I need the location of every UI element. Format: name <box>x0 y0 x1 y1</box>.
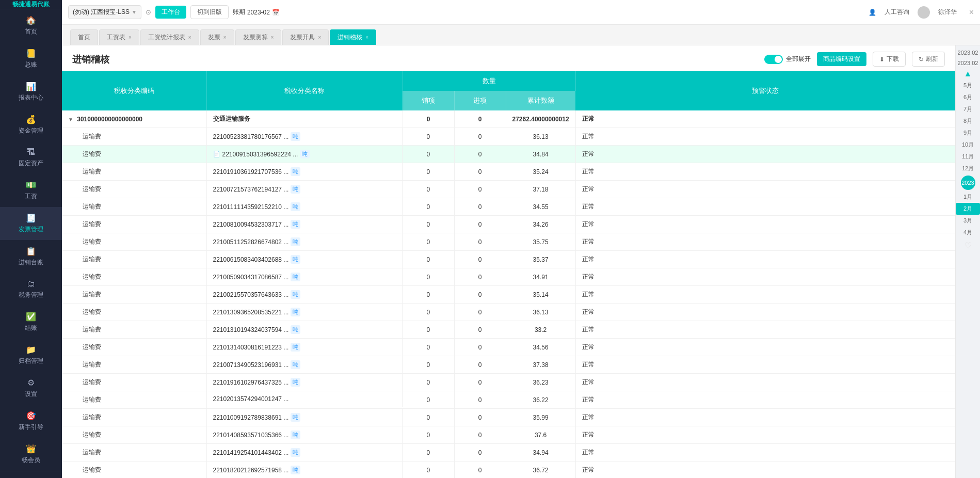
sidebar-item-archive[interactable]: 📁 归档管理 <box>0 339 62 372</box>
cell-invoice: 22101916102976437325 ... 吨 <box>207 374 403 391</box>
sidebar-item-ledger[interactable]: 📒 总账 <box>0 42 62 75</box>
download-btn[interactable]: ⬇ 下载 <box>873 52 906 67</box>
tab-salary-close[interactable]: × <box>128 35 132 40</box>
table-row[interactable]: 运输费 22100509034317086587 ... 吨 0 0 34.91… <box>62 268 955 286</box>
copy-icon[interactable]: ⊙ <box>146 8 151 16</box>
cell-item-name: 运输费 <box>62 321 206 339</box>
tab-invoice[interactable]: 发票 × <box>200 29 234 45</box>
product-code-btn[interactable]: 商品编码设置 <box>817 52 866 66</box>
table-row[interactable]: 运输费 22101820212692571958 ... 吨 0 0 36.72… <box>62 461 955 479</box>
table-row[interactable]: 运输费 22101111143592152210 ... 吨 0 0 34.55… <box>62 198 955 216</box>
th-sales: 销项 <box>403 91 454 110</box>
cell-sales: 0 <box>403 339 454 356</box>
sidebar-item-guide[interactable]: 🎯 新手引导 <box>0 405 62 438</box>
switch-button[interactable]: 切到旧版 <box>190 5 229 19</box>
sidebar-item-salary[interactable]: 💵 工资 <box>0 174 62 207</box>
table-row[interactable]: 运输费 22101310194324037594 ... 吨 0 0 33.2 … <box>62 321 955 339</box>
tab-home[interactable]: 首页 <box>70 29 98 45</box>
table-row[interactable]: 运输费 22100713490523196931 ... 吨 0 0 37.38… <box>62 356 955 374</box>
month-6[interactable]: 6月 <box>956 91 980 103</box>
cell-sales: 0 <box>403 374 454 391</box>
table-row[interactable]: 运输费 📄 22100915031396592224 ... 吨 0 0 34.… <box>62 146 955 163</box>
tab-salary-report-close[interactable]: × <box>188 35 191 40</box>
tab-invoice-calc[interactable]: 发票测算 × <box>235 29 282 45</box>
th-tax-name: 税收分类名称 <box>206 71 403 110</box>
sidebar-item-invoice[interactable]: 🧾 发票管理 <box>0 207 62 240</box>
month-2[interactable]: 2月 <box>956 203 980 215</box>
sidebar-item-purchase-sales[interactable]: 📋 进销台账 <box>0 240 62 273</box>
scroll-up-btn[interactable]: ▲ <box>963 68 973 79</box>
cell-sales: 0 <box>403 268 454 286</box>
window-close-button[interactable]: × <box>969 8 974 17</box>
month-11[interactable]: 11月 <box>956 151 980 163</box>
sidebar-item-funds[interactable]: 💰 资金管理 <box>0 108 62 141</box>
table-row[interactable]: 运输费 22101309365208535221 ... 吨 0 0 36.13… <box>62 304 955 321</box>
support-label[interactable]: 人工咨询 <box>885 8 909 17</box>
tab-invoice-calc-close[interactable]: × <box>271 35 274 40</box>
month-12[interactable]: 12月 <box>956 163 980 174</box>
calendar-icon[interactable]: 📅 <box>272 9 280 16</box>
month-7[interactable]: 7月 <box>956 103 980 115</box>
unpin-button[interactable]: ◀◀ 取消固定 <box>0 471 62 478</box>
heart-icon: ♡ <box>962 238 974 252</box>
cell-status: 正常 <box>575 286 955 304</box>
cell-invoice: 22101408593571035366 ... 吨 <box>207 426 403 443</box>
month-5[interactable]: 5月 <box>956 79 980 91</box>
table-row[interactable]: 运输费 22100511252826674802 ... 吨 0 0 35.75… <box>62 233 955 251</box>
sidebar-item-checkout[interactable]: ✅ 结账 <box>0 306 62 339</box>
sidebar-item-label: 首页 <box>25 27 37 36</box>
month-4[interactable]: 4月 <box>956 227 980 238</box>
sidebar-item-assets[interactable]: 🏗 固定资产 <box>0 141 62 174</box>
page-header: 进销稽核 全部展开 商品编码设置 ⬇ 下载 ↻ 刷新 <box>62 45 955 71</box>
expand-toggle[interactable] <box>764 55 783 64</box>
month-9[interactable]: 9月 <box>956 127 980 139</box>
workbench-button[interactable]: 工作台 <box>155 6 186 19</box>
refresh-btn[interactable]: ↻ 刷新 <box>912 52 945 67</box>
cell-code: ▼ 3010000000000000000 <box>62 110 206 128</box>
company-selector[interactable]: (勿动) 江西报宝-LSS ▼ <box>68 5 141 19</box>
cell-sales: 0 <box>403 444 454 461</box>
tab-invoice-issue[interactable]: 发票开具 × <box>282 29 329 45</box>
month-1[interactable]: 1月 <box>956 191 980 203</box>
sidebar-item-label: 工资 <box>25 192 37 201</box>
month-3[interactable]: 3月 <box>956 215 980 227</box>
table-row[interactable]: 运输费 22101009192789838691 ... 吨 0 0 35.99… <box>62 409 955 426</box>
cell-status: 正常 <box>575 339 955 356</box>
settings-icon: ⚙ <box>27 378 35 388</box>
year-2023[interactable]: 2023 <box>961 176 975 190</box>
table-row[interactable]: ▼ 3010000000000000000 交通运输服务 0 0 27262.4… <box>62 110 955 128</box>
tab-salary-report[interactable]: 工资统计报表 × <box>140 29 199 45</box>
cell-purchase: 0 <box>454 110 506 128</box>
table-row[interactable]: 运输费 22102013574294001247 ... 0 0 36.22 正… <box>62 391 955 409</box>
tab-invoice-issue-close[interactable]: × <box>318 35 321 40</box>
sidebar-item-home[interactable]: 🏠 首页 <box>0 9 62 42</box>
table-row[interactable]: 运输费 22100810094532303717 ... 吨 0 0 34.26… <box>62 216 955 233</box>
table-row[interactable]: 运输费 22100615083403402688 ... 吨 0 0 35.37… <box>62 251 955 268</box>
tab-invoice-close[interactable]: × <box>223 35 227 40</box>
cell-total: 34.55 <box>506 198 575 216</box>
table-row[interactable]: 运输费 22101408593571035366 ... 吨 0 0 37.6 … <box>62 426 955 444</box>
unit-tag: 吨 <box>291 413 300 422</box>
sidebar-item-label: 发票管理 <box>19 225 43 234</box>
tab-reconcile[interactable]: 进销稽核 × <box>330 29 376 45</box>
sidebar-item-member[interactable]: 👑 畅会员 <box>0 438 62 471</box>
table-row[interactable]: 运输费 22100721573762194127 ... 吨 0 0 37.18… <box>62 181 955 198</box>
table-row[interactable]: 运输费 22101419254101443402 ... 吨 0 0 34.94… <box>62 444 955 461</box>
table-row[interactable]: 运输费 22100523381780176567 ... 吨 0 0 36.13… <box>62 128 955 146</box>
table-row[interactable]: 运输费 22100215570357643633 ... 吨 0 0 35.14… <box>62 286 955 304</box>
table-row[interactable]: 运输费 22101916102976437325 ... 吨 0 0 36.23… <box>62 374 955 391</box>
table-row[interactable]: 运输费 22101314030816191223 ... 吨 0 0 34.56… <box>62 339 955 356</box>
cell-item-name: 运输费 <box>62 426 206 444</box>
sidebar: 畅捷通易代账 🏠 首页 📒 总账 📊 报表中心 💰 资金管理 🏗 固定资产 💵 … <box>0 0 62 478</box>
sidebar-item-tax[interactable]: 🗂 税务管理 <box>0 273 62 306</box>
tab-salary[interactable]: 工资表 × <box>99 29 139 45</box>
table-row[interactable]: 运输费 22101910361921707536 ... 吨 0 0 35.24… <box>62 163 955 181</box>
cell-sales: 0 <box>403 198 454 216</box>
sidebar-item-reports[interactable]: 📊 报表中心 <box>0 75 62 108</box>
data-table: 税收分类编码 税收分类名称 数量 预警状态 销项 进项 累计数额 <box>62 71 955 478</box>
sidebar-item-settings[interactable]: ⚙ 设置 <box>0 372 62 405</box>
tab-reconcile-close[interactable]: × <box>365 35 368 40</box>
month-8[interactable]: 8月 <box>956 115 980 127</box>
month-10[interactable]: 10月 <box>956 139 980 151</box>
download-icon: ⬇ <box>879 56 885 63</box>
